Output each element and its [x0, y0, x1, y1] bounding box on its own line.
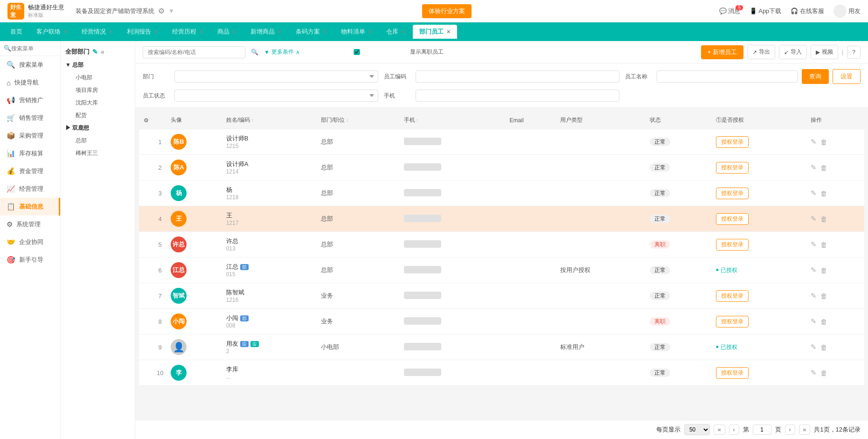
col-name[interactable]: 姓名/编码 [222, 111, 317, 129]
tree-collapse-icon[interactable]: « [101, 48, 104, 56]
nav-tab-条码方案[interactable]: 条码方案✕ [289, 25, 333, 39]
sidebar-item-finance[interactable]: 💰资金管理 [0, 162, 60, 180]
sidebar-item-basic[interactable]: 📋基础信息 [0, 198, 60, 216]
nav-tab-首页[interactable]: 首页 [4, 25, 29, 39]
tree-node-配货[interactable]: 配货 [61, 109, 135, 122]
auth-login-button[interactable]: 授权登录 [716, 367, 749, 379]
col-dept[interactable]: 部门/职位 [317, 111, 400, 129]
sidebar-item-marketing[interactable]: 📢营销推广 [0, 91, 60, 109]
prev-page-button[interactable]: ‹ [729, 425, 739, 435]
tab-close-icon[interactable]: ✕ [446, 29, 451, 35]
tree-edit-icon[interactable]: ✎ [92, 48, 98, 56]
sidebar-item-collab[interactable]: 🤝企业协同 [0, 233, 60, 251]
emp-code-input[interactable] [416, 70, 619, 83]
nav-tab-经营情况[interactable]: 经营情况✕ [75, 25, 119, 39]
edit-icon[interactable]: ✎ [811, 138, 817, 146]
tab-close-icon[interactable]: ✕ [199, 29, 203, 35]
delete-icon[interactable]: 🗑 [820, 215, 827, 223]
delete-icon[interactable]: 🗑 [820, 241, 827, 249]
show-resigned-checkbox[interactable] [306, 49, 408, 55]
online-support[interactable]: 🎧 在线客服 [791, 7, 824, 15]
page-number-input[interactable] [753, 425, 771, 435]
col-settings[interactable]: ⚙ [139, 111, 153, 129]
tab-close-icon[interactable]: ✕ [323, 29, 327, 35]
edit-icon[interactable]: ✎ [811, 240, 817, 249]
auth-login-button[interactable]: 授权登录 [716, 239, 749, 251]
delete-icon[interactable]: 🗑 [820, 189, 827, 197]
search-button[interactable]: 查询 [802, 69, 829, 84]
set-button[interactable]: 设置 [833, 69, 861, 84]
help-button[interactable]: ? [847, 46, 861, 59]
edit-icon[interactable]: ✎ [811, 317, 817, 326]
first-page-button[interactable]: « [714, 425, 725, 435]
delete-icon[interactable]: 🗑 [820, 292, 827, 300]
nav-tab-客户联络[interactable]: 客户联络✕ [30, 25, 74, 39]
tab-close-icon[interactable]: ✕ [368, 29, 372, 35]
delete-icon[interactable]: 🗑 [820, 369, 827, 377]
tab-close-icon[interactable]: ✕ [278, 29, 282, 35]
message-badge[interactable]: 💬 消息 5 [719, 7, 741, 15]
nav-tab-商品[interactable]: 商品✕ [211, 25, 243, 39]
nav-tab-仓库[interactable]: 仓库✕ [380, 25, 412, 39]
tree-node-项目库房[interactable]: 项目库房 [61, 84, 135, 97]
nav-tab-物料清单[interactable]: 物料清单✕ [334, 25, 379, 39]
dept-select[interactable] [174, 70, 378, 83]
emp-status-select[interactable] [174, 90, 378, 102]
tree-node-稀树王三[interactable]: 稀树王三 [61, 147, 135, 160]
sidebar-item-operation[interactable]: 📈经营管理 [0, 180, 60, 198]
sidebar-item-search[interactable]: 🔍搜索菜单 [0, 56, 60, 74]
col-phone[interactable]: 手机 [400, 111, 506, 129]
sidebar-item-inventory[interactable]: 📊库存核算 [0, 145, 60, 162]
tree-node-双鹿想[interactable]: ▶ 双鹿想 [61, 122, 135, 134]
auth-login-button[interactable]: 授权登录 [716, 316, 749, 328]
video-button[interactable]: ▶ 视频 [811, 45, 838, 59]
sidebar-item-system[interactable]: ⚙系统管理 [0, 216, 60, 233]
search-field[interactable] [143, 46, 245, 58]
sidebar-item-purchase[interactable]: 📦采购管理 [0, 127, 60, 145]
tree-node-沈阳大库[interactable]: 沈阳大库 [61, 97, 135, 109]
tab-close-icon[interactable]: ✕ [232, 29, 236, 35]
settings-icon[interactable]: ⚙ [158, 7, 165, 15]
auth-login-button[interactable]: 授权登录 [716, 290, 749, 302]
edit-icon[interactable]: ✎ [811, 343, 817, 351]
sidebar-search-area[interactable]: 🔍 [0, 41, 60, 56]
sidebar-item-guide[interactable]: 🎯新手引导 [0, 251, 60, 269]
nav-tab-部门员工[interactable]: 部门员工✕ [413, 25, 457, 39]
nav-tab-利润报告[interactable]: 利润报告✕ [120, 25, 165, 39]
nav-tab-新增商品[interactable]: 新增商品✕ [244, 25, 288, 39]
tree-node-总部[interactable]: ▼ 总部 [61, 59, 135, 71]
search-icon-filter[interactable]: 🔍 [251, 49, 258, 56]
search-input[interactable] [11, 45, 56, 52]
nav-tab-经营历程[interactable]: 经营历程✕ [166, 25, 210, 39]
sidebar-item-sales[interactable]: 🛒销售管理 [0, 109, 60, 127]
import-button[interactable]: ↙ 导入 [779, 45, 807, 59]
delete-icon[interactable]: 🗑 [820, 138, 827, 146]
emp-name-input[interactable] [657, 70, 798, 83]
tab-close-icon[interactable]: ✕ [63, 29, 68, 35]
trial-button[interactable]: 体验行业方案 [422, 4, 472, 18]
delete-icon[interactable]: 🗑 [820, 343, 827, 351]
delete-icon[interactable]: 🗑 [820, 318, 827, 326]
export-button[interactable]: ↗ 导出 [747, 45, 775, 59]
tab-close-icon[interactable]: ✕ [109, 29, 113, 35]
tab-close-icon[interactable]: ✕ [401, 29, 405, 35]
edit-icon[interactable]: ✎ [811, 189, 817, 197]
edit-icon[interactable]: ✎ [811, 266, 817, 274]
user-avatar[interactable]: 用友 [833, 5, 861, 18]
auth-login-button[interactable]: 授权登录 [716, 136, 749, 148]
app-download[interactable]: 📱 App下载 [750, 7, 781, 15]
auth-login-button[interactable]: 授权登录 [716, 188, 749, 199]
tree-node-小电部[interactable]: 小电部 [61, 71, 135, 84]
edit-icon[interactable]: ✎ [811, 215, 817, 223]
tree-node-总部[interactable]: 总部 [61, 134, 135, 147]
add-employee-button[interactable]: + 新增员工 [701, 45, 743, 59]
sidebar-item-quick-nav[interactable]: ⌂快捷导航 [0, 74, 60, 91]
auth-login-button[interactable]: 授权登录 [716, 162, 749, 174]
delete-icon[interactable]: 🗑 [820, 164, 827, 172]
tab-close-icon[interactable]: ✕ [154, 29, 158, 35]
next-page-button[interactable]: › [785, 425, 795, 435]
auth-login-button[interactable]: 授权登录 [716, 213, 749, 225]
edit-icon[interactable]: ✎ [811, 163, 817, 172]
last-page-button[interactable]: » [799, 425, 811, 435]
edit-icon[interactable]: ✎ [811, 369, 817, 377]
